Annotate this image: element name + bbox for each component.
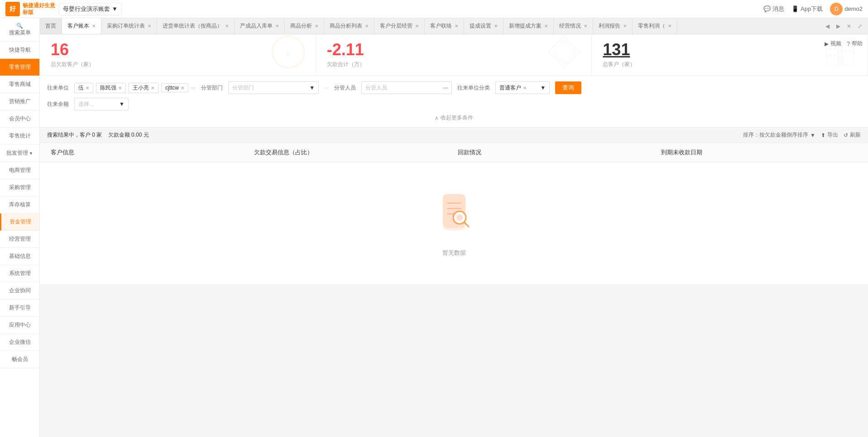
dept-select[interactable]: 分管部门 ▼: [228, 81, 319, 94]
collapse-btn[interactable]: ∧ 收起更多条件: [47, 114, 861, 122]
app-download-btn[interactable]: 📱 App下载: [791, 5, 823, 13]
message-btn[interactable]: 💬 消息: [763, 5, 784, 13]
refresh-btn[interactable]: ↺ 刷新: [844, 131, 861, 139]
filter-tag-close-chenminqiang[interactable]: ✕: [118, 86, 122, 90]
tab-new-commission-plan[interactable]: 新增提成方案 ✕: [504, 18, 554, 34]
sort-select[interactable]: 排序：按欠款金额倒序排序 ▼: [743, 131, 815, 139]
tab-product-analysis[interactable]: 商品分析 ✕: [285, 18, 324, 34]
logo-text: 畅捷通好生意 标版: [23, 2, 55, 15]
sidebar-item-pro-member[interactable]: 畅会员: [0, 351, 39, 368]
empty-text: 暂无数据: [442, 249, 466, 257]
sidebar-item-retail-mall[interactable]: 零售商城: [0, 76, 39, 93]
sidebar-quick-nav[interactable]: 快捷导航: [0, 42, 39, 59]
query-button[interactable]: 查询: [555, 81, 581, 94]
svg-rect-6: [829, 54, 831, 57]
tab-expand-btn[interactable]: ⤢: [855, 22, 864, 31]
unit-category-select[interactable]: 普通客户 ✕ ▼: [495, 81, 550, 94]
top-bar-left: 好 畅捷通好生意 标版 母婴行业演示账套 ▼: [5, 2, 122, 16]
tab-profit-report[interactable]: 利润报告 ✕: [593, 18, 633, 34]
unit-category-tag-close[interactable]: ✕: [523, 86, 527, 90]
tab-biz-situation[interactable]: 经营情况 ✕: [554, 18, 593, 34]
tab-close-biz-situation[interactable]: ✕: [584, 24, 587, 28]
search-icon: 🔍: [16, 23, 23, 29]
sidebar-item-member-center[interactable]: 会员中心: [0, 110, 39, 128]
sidebar-search[interactable]: 🔍 搜索菜单: [0, 18, 39, 42]
tab-close-all-btn[interactable]: ✕: [844, 22, 854, 31]
help-btn[interactable]: ? 帮助: [847, 40, 863, 48]
sidebar-item-app-center[interactable]: 应用中心: [0, 317, 39, 334]
tab-close-product-inbound[interactable]: ✕: [275, 24, 279, 28]
filter-section: 往来单位 伍 ✕ 陈民强 ✕ 王小亮 ✕: [40, 76, 868, 128]
sidebar-item-retail-mgmt[interactable]: 零售管理: [0, 59, 39, 76]
export-btn[interactable]: ⬆ 导出: [821, 131, 838, 139]
stat-diamond-icon: [546, 34, 582, 76]
sidebar-item-enterprise-wechat[interactable]: 企业微信: [0, 334, 39, 351]
chevron-down-icon: ▼: [112, 5, 118, 12]
tab-product-inbound[interactable]: 产成品入库单 ✕: [235, 18, 285, 34]
page-content: ¥ 16 总欠款客户（家） -2.11 欠款合计（万）: [40, 34, 868, 437]
filter-tag-chenminqiang[interactable]: 陈民强 ✕: [96, 83, 126, 93]
tab-close-product-analysis[interactable]: ✕: [315, 24, 318, 28]
unit-category-tag[interactable]: 普通客户 ✕: [499, 84, 527, 92]
sidebar-item-inventory[interactable]: 库存核算: [0, 196, 39, 214]
filter-tag-close-wu[interactable]: ✕: [86, 86, 89, 90]
svg-point-15: [456, 214, 463, 221]
tab-close-retail-profit[interactable]: ✕: [668, 24, 671, 28]
filter-tag-wu[interactable]: 伍 ✕: [74, 83, 93, 93]
tab-customer-contact[interactable]: 客户联络 ✕: [425, 18, 464, 34]
filter-tag-wangxiaoliang[interactable]: 王小亮 ✕: [129, 83, 158, 93]
chevron-down-icon: ▼: [29, 151, 33, 156]
sidebar-item-new-guide[interactable]: 新手引导: [0, 299, 39, 317]
sidebar-item-biz-mgmt[interactable]: 经营管理: [0, 231, 39, 248]
tab-close-customer-receivable[interactable]: ✕: [92, 24, 96, 28]
sidebar-item-capital-mgmt[interactable]: 资金管理: [0, 214, 39, 231]
stats-section: ¥ 16 总欠款客户（家） -2.11 欠款合计（万）: [40, 34, 868, 76]
tab-close-commission-settings[interactable]: ✕: [494, 24, 498, 28]
tab-close-profit-report[interactable]: ✕: [623, 24, 627, 28]
stat-debtors-value: 16: [51, 42, 69, 58]
stat-customers-value: 131: [603, 42, 630, 58]
filter-tag-cjttcw[interactable]: cjttcw ✕: [161, 83, 188, 92]
tab-commission-settings[interactable]: 提成设置 ✕: [464, 18, 504, 34]
unit-category-label: 往来单位分类: [457, 84, 490, 92]
sidebar-item-enterprise-collab[interactable]: 企业协同: [0, 282, 39, 299]
svg-rect-4: [829, 48, 831, 50]
top-bar-right: 💬 消息 📱 App下载 D demo2: [763, 3, 863, 15]
stat-debtors-label: 总欠款客户（家）: [51, 61, 94, 68]
tab-purchase-order-stats[interactable]: 采购订单统计表 ✕: [101, 18, 157, 34]
video-btn[interactable]: ▶ 视频: [825, 40, 841, 48]
sidebar-item-basic-info[interactable]: 基础信息: [0, 248, 39, 265]
sidebar-item-marketing[interactable]: 营销推广: [0, 93, 39, 110]
filter-tag-close-cjttcw[interactable]: ✕: [181, 86, 184, 90]
tab-close-purchase-order-stats[interactable]: ✕: [148, 24, 151, 28]
sidebar-item-retail-stats[interactable]: 零售统计: [0, 128, 39, 145]
tab-close-new-commission-plan[interactable]: ✕: [544, 24, 548, 28]
stat-debt-value: -2.11: [327, 42, 364, 58]
help-icon: ?: [847, 41, 850, 47]
tab-retail-profit[interactable]: 零售利润（ ✕: [633, 18, 677, 34]
tab-product-analysis-list[interactable]: 商品分析列表 ✕: [324, 18, 374, 34]
stat-customers-label: 总客户（家）: [603, 61, 635, 68]
tab-next-btn[interactable]: ▶: [834, 22, 843, 31]
tab-close-product-analysis-list[interactable]: ✕: [365, 24, 369, 28]
sidebar-item-wholesale-mgmt[interactable]: 批发管理 ▼: [0, 145, 39, 162]
person-select[interactable]: 分管人员 ···: [361, 81, 452, 94]
dept-more-icon: ···: [324, 85, 329, 91]
user-profile[interactable]: D demo2: [830, 3, 863, 15]
tab-inbound-stats[interactable]: 进货单统计表（按商品） ✕: [157, 18, 235, 34]
sidebar-item-purchase-mgmt[interactable]: 采购管理: [0, 179, 39, 196]
tab-customer-receivable[interactable]: 客户账本 ✕: [62, 18, 101, 34]
tab-close-customer-contact[interactable]: ✕: [455, 24, 458, 28]
tab-close-inbound-stats[interactable]: ✕: [225, 24, 229, 28]
tab-customer-segment[interactable]: 客户分层经营 ✕: [374, 18, 425, 34]
tab-bar: 首页 客户账本 ✕ 采购订单统计表 ✕ 进货单统计表（按商品） ✕ 产成品入库单…: [40, 18, 868, 34]
tab-prev-btn[interactable]: ◀: [823, 22, 832, 31]
sidebar-item-sys-mgmt[interactable]: 系统管理: [0, 265, 39, 282]
store-selector[interactable]: 母婴行业演示账套 ▼: [59, 3, 122, 15]
sidebar-item-ecom-mgmt[interactable]: 电商管理: [0, 162, 39, 179]
balance-select[interactable]: 选择... ▼: [74, 98, 129, 110]
tab-close-customer-segment[interactable]: ✕: [415, 24, 419, 28]
tab-home[interactable]: 首页: [40, 18, 62, 34]
filter-more-btn[interactable]: ···: [191, 85, 196, 91]
filter-tag-close-wangxiaoliang[interactable]: ✕: [151, 86, 154, 90]
